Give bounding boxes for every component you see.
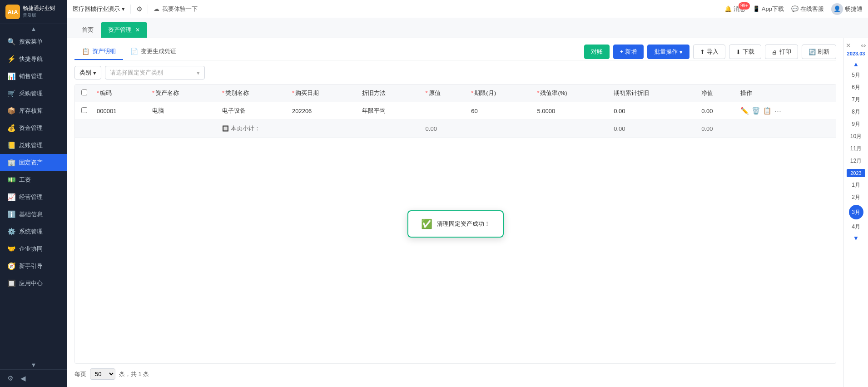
subtotal-original-value: 0.00 [426,125,437,132]
service-icon: 💬 [791,5,799,12]
row-residual-rate: 5.0000 [537,108,555,114]
sidebar-item-quick-nav[interactable]: ⚡ 快捷导航 [0,50,67,68]
cal-month-8[interactable]: 8月 [846,106,866,118]
company-dropdown-icon: ▾ [122,5,125,12]
td-actions: ✏️ 🗑️ 📋 ⋯ [737,102,836,120]
cloud-icon: ☁ [154,5,159,12]
sidebar-item-search[interactable]: 🔍 搜索菜单 [0,33,67,50]
cal-month-1[interactable]: 1月 [846,179,866,191]
notifications-btn[interactable]: 🔔 消息 99+ [724,5,745,13]
row-initial-dep: 0.00 [614,108,625,114]
edit-action-icon[interactable]: ✏️ [740,107,749,115]
experience-btn[interactable]: ☁ 我要体验一下 [154,5,198,13]
tab-asset-management[interactable]: 资产管理 ✕ [101,22,147,38]
logo-abbr-text: AtA [7,9,18,15]
panel-expand-icon[interactable]: ⇔ [861,42,866,49]
refresh-button[interactable]: 🔄 刷新 [802,45,836,59]
category-placeholder: 请选择固定资产类别 [110,69,163,77]
sidebar-item-fixed-assets[interactable]: 🏢 固定资产 [0,154,67,171]
copy-action-icon[interactable]: 📋 [763,107,772,115]
download-icon: ⬇ [736,49,741,55]
user-area[interactable]: 👤 畅捷通 [831,3,863,15]
td-period: 60 [467,102,533,120]
cal-year-2023-label[interactable]: 2023 [847,169,865,177]
cal-month-6[interactable]: 6月 [846,81,866,94]
cal-month-10[interactable]: 10月 [846,130,866,143]
online-service-btn[interactable]: 💬 在线客服 [791,5,824,13]
cal-month-9[interactable]: 9月 [846,118,866,130]
row-net-value: 0.00 [701,108,713,114]
tab-home[interactable]: 首页 [74,22,101,38]
cal-month-7[interactable]: 7月 [846,94,866,106]
enterprise-icon: 🤝 [7,245,15,253]
asset-detail-icon: 📋 [82,48,89,55]
more-action-icon[interactable]: ⋯ [774,107,781,115]
sub-tab-change-voucher[interactable]: 📄 变更生成凭证 [123,44,184,60]
sub-tab-asset-detail-label: 资产明细 [92,47,116,55]
sidebar-item-enterprise[interactable]: 🤝 企业协同 [0,240,67,258]
row-checkbox[interactable] [81,107,87,113]
collapse-sidebar-icon[interactable]: ◀ [20,374,26,382]
panel-close-icon[interactable]: ✕ [846,42,851,49]
sidebar-item-inventory[interactable]: 📦 库存核算 [0,102,67,119]
tab-home-label: 首页 [82,26,94,33]
calendar-down-btn[interactable]: ▼ [853,233,859,243]
download-button[interactable]: ⬇ 下载 [729,45,761,59]
reconcile-button[interactable]: 对账 [584,45,610,59]
delete-action-icon[interactable]: 🗑️ [752,107,760,115]
cal-month-12[interactable]: 12月 [846,155,866,167]
ledger-icon: 📒 [7,141,15,149]
calendar-header[interactable]: 2023.03 [847,49,865,59]
sub-tab-asset-detail[interactable]: 📋 资产明细 [74,44,123,60]
download-label: 下载 [743,48,754,56]
cal-month-4[interactable]: 4月 [846,221,866,233]
batch-button[interactable]: 批量操作 ▾ [647,45,689,59]
sidebar-item-guide[interactable]: 🧭 新手引导 [0,258,67,275]
new-button[interactable]: + 新增 [613,45,644,59]
sidebar-item-funds[interactable]: 💰 资金管理 [0,119,67,137]
sidebar-nav: 🔍 搜索菜单 ⚡ 快捷导航 📊 销售管理 🛒 采购管理 📦 库存核算 💰 资金管… [0,33,67,360]
sidebar-item-payroll[interactable]: 💵 工资 [0,171,67,189]
cal-month-5[interactable]: 5月 [846,69,866,81]
fixed-assets-icon: 🏢 [7,159,15,167]
app-download-btn[interactable]: 📱 App下载 [753,5,784,13]
sidebar-item-sales[interactable]: 📊 销售管理 [0,68,67,85]
settings-gear-icon[interactable]: ⚙ [136,5,142,13]
import-icon: ⬆ [700,49,705,55]
settings-bottom-icon[interactable]: ⚙ [7,374,13,382]
company-selector[interactable]: 医疗器械行业演示 ▾ [73,5,125,13]
logo-area: AtA 畅捷通好业财 普及版 [0,0,67,24]
sidebar-item-app-center[interactable]: 🔲 应用中心 [0,275,67,292]
category-select[interactable]: 请选择固定资产类别 ▾ [105,66,205,79]
app-center-icon: 🔲 [7,279,15,288]
td-subtotal-empty6 [737,120,836,138]
print-button[interactable]: 🖨 打印 [765,45,798,59]
td-dep-method: 年限平均 [358,102,422,120]
per-page-select[interactable]: 50 100 200 [90,368,115,380]
th-checkbox [75,84,93,102]
guide-icon: 🧭 [7,262,15,270]
calendar-up-btn[interactable]: ▲ [853,59,859,69]
tab-close-icon[interactable]: ✕ [135,27,140,33]
subtotal-label: 本页小计： [231,125,260,132]
table-header-row: *编码 *资产名称 *类别名称 *购买日期 折旧方法 *原值 *期限(月) *残… [75,84,836,102]
cal-month-2[interactable]: 2月 [846,191,866,203]
row-code: 000001 [97,108,116,114]
cal-month-11[interactable]: 11月 [846,143,866,155]
sidebar-scroll-down[interactable]: ▼ [0,360,67,369]
import-button[interactable]: ⬆ 导入 [693,45,725,59]
sidebar-scroll-up[interactable]: ▲ [0,24,67,33]
toast-check-icon: ✅ [421,218,432,229]
sidebar-item-label: 应用中心 [19,279,43,288]
sidebar-item-operations[interactable]: 📈 经营管理 [0,189,67,206]
select-all-checkbox[interactable] [81,89,87,95]
row-dep-method: 年限平均 [362,107,386,114]
sidebar-item-ledger[interactable]: 📒 总账管理 [0,137,67,154]
cal-month-3-current[interactable]: 3月 [849,205,863,219]
category-filter[interactable]: 类别 ▾ [74,66,101,79]
system-icon: ⚙️ [7,228,15,236]
sidebar-item-purchase[interactable]: 🛒 采购管理 [0,85,67,102]
th-period-label: 期限(月) [474,89,496,96]
sidebar-item-basic-info[interactable]: ℹ️ 基础信息 [0,206,67,223]
sidebar-item-system[interactable]: ⚙️ 系统管理 [0,223,67,240]
